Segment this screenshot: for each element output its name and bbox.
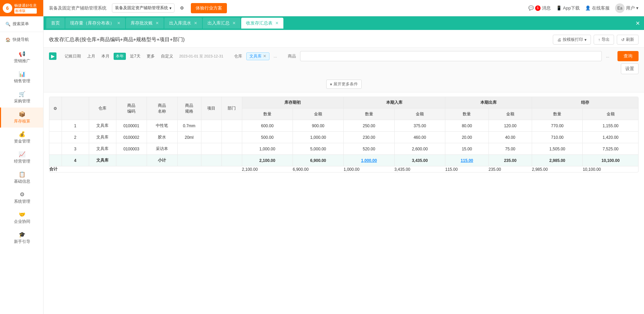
cell-out-qty: 20.00 bbox=[445, 132, 489, 143]
table-body: 1文具库0100001中性笔0.7mm600.00900.00250.00375… bbox=[49, 120, 638, 166]
cell-project bbox=[201, 143, 221, 155]
table-container: ⚙ 仓库 商品编码 商品名称 商品规格 项目 部门 库存期初 本期入库 本期出 bbox=[44, 97, 644, 178]
query-btn-area: 查询 设置 bbox=[617, 51, 639, 74]
tab-首页[interactable]: 首页 bbox=[46, 18, 65, 29]
page-header: 收发存汇总表(按仓库+商品编码+商品+规格型号+项目+部门) 🖨 按模板打印 ▾… bbox=[44, 30, 644, 48]
refresh-icon: ↺ bbox=[621, 37, 625, 42]
tab-出入库汇总[interactable]: 出入库汇总✕ bbox=[203, 18, 241, 29]
collapse-arrow[interactable]: ▶ bbox=[49, 51, 56, 61]
tabbar-close-button[interactable]: ✕ bbox=[634, 19, 641, 28]
date-label: 记账日期 bbox=[65, 53, 81, 59]
sidebar-item-资金管理[interactable]: 💰资金管理 bbox=[0, 128, 43, 148]
cell-open-amt: 900.00 bbox=[293, 120, 343, 132]
cell-in-qty: 520.00 bbox=[344, 143, 394, 155]
table-wrapper: ⚙ 仓库 商品编码 商品名称 商品规格 项目 部门 库存期初 本期入库 本期出 bbox=[49, 97, 639, 172]
th-open-qty: 数量 bbox=[242, 109, 293, 120]
date-btn-this-month[interactable]: 本月 bbox=[99, 53, 112, 60]
th-settings[interactable]: ⚙ bbox=[49, 97, 62, 120]
table-row: 2文具库0100002胶水20ml500.001,000.00230.00460… bbox=[49, 132, 638, 143]
sidebar-item-经营管理[interactable]: 📈经营管理 bbox=[0, 148, 43, 168]
online-service-item[interactable]: 👤 在线客服 bbox=[585, 5, 610, 11]
tab-close-库存批次账[interactable]: ✕ bbox=[155, 21, 159, 26]
settings-icon-btn[interactable]: ⚙ bbox=[180, 5, 185, 11]
expand-conditions-button[interactable]: ▾ 展开更多条件 bbox=[326, 80, 362, 89]
quick-nav-button[interactable]: 🏠 快捷导航 bbox=[3, 35, 40, 45]
date-btn-custom[interactable]: 自定义 bbox=[159, 53, 175, 60]
refresh-button[interactable]: ↺ 刷新 bbox=[617, 35, 639, 45]
cell-checkbox bbox=[49, 143, 62, 155]
sidebar-item-库存核算[interactable]: 📦库存核算 bbox=[0, 108, 43, 128]
cell-end-amt: 10,100.00 bbox=[583, 155, 638, 166]
cell-out-qty[interactable]: 115.00 bbox=[445, 155, 489, 166]
total-open-qty: 2,100.00 bbox=[242, 166, 293, 172]
sidebar-search-area: 🔍 搜索菜单 bbox=[0, 16, 43, 32]
notification-item[interactable]: 💬 6 消息 bbox=[528, 5, 551, 11]
cell-project bbox=[201, 155, 221, 166]
cell-name: 采访本 bbox=[147, 143, 177, 155]
th-dept: 部门 bbox=[221, 97, 242, 120]
cell-code: 0100001 bbox=[116, 120, 147, 132]
cell-spec bbox=[177, 155, 201, 166]
tab-现存量（库存分布表）[interactable]: 现存量（库存分布表）✕ bbox=[65, 18, 125, 29]
goods-label: 商品 bbox=[288, 53, 296, 59]
warehouse-tag-close[interactable]: ✕ bbox=[263, 54, 266, 59]
cell-in-qty[interactable]: 1,000.00 bbox=[344, 155, 394, 166]
chevron-down-icon: ▾ bbox=[169, 6, 171, 11]
cell-in-amt: 460.00 bbox=[394, 132, 445, 143]
print-button[interactable]: 🖨 按模板打印 ▾ bbox=[553, 35, 591, 45]
system-selector[interactable]: 装备及固定资产辅助管理系统 ▾ bbox=[112, 3, 175, 13]
page-content: 收发存汇总表(按仓库+商品编码+商品+规格型号+项目+部门) 🖨 按模板打印 ▾… bbox=[44, 30, 644, 314]
warehouse-label: 仓库 bbox=[234, 53, 242, 59]
topbar: 装备及固定资产辅助管理系统 装备及固定资产辅助管理系统 ▾ ⚙ 体验行业方案 💬… bbox=[44, 0, 644, 16]
sidebar-item-新手引导[interactable]: 🎓新手引导 bbox=[0, 228, 43, 248]
sidebar-item-营销推广[interactable]: 📢营销推广 bbox=[0, 47, 43, 67]
app-download-item[interactable]: 📱 App下载 bbox=[556, 5, 580, 11]
total-row: 合计 2,100.00 6,900.00 1,000.00 3,435.00 1… bbox=[49, 166, 638, 172]
tab-close-出入库汇总[interactable]: ✕ bbox=[232, 21, 236, 26]
total-end-qty: 2,985.00 bbox=[532, 166, 582, 172]
sidebar-item-销售管理[interactable]: 📊销售管理 bbox=[0, 67, 43, 87]
notification-icon: 💬 bbox=[528, 5, 534, 11]
th-spec: 商品规格 bbox=[177, 97, 201, 120]
th-out-qty: 数量 bbox=[445, 109, 489, 120]
query-button[interactable]: 查询 bbox=[617, 51, 639, 61]
filter-section: ▶ 记账日期 上月 本月 本年 近7天 更多 自定义 bbox=[49, 51, 639, 74]
cell-project bbox=[201, 132, 221, 143]
experience-button[interactable]: 体验行业方案 bbox=[191, 3, 227, 13]
cell-checkbox bbox=[49, 120, 62, 132]
goods-more-btn[interactable]: ... bbox=[606, 54, 609, 59]
sidebar-item-基础信息[interactable]: 📋基础信息 bbox=[0, 168, 43, 188]
cell-dept bbox=[221, 120, 242, 132]
cell-out-amt: 75.00 bbox=[489, 143, 532, 155]
th-end-qty: 数量 bbox=[532, 109, 582, 120]
th-closing: 结存 bbox=[532, 97, 638, 109]
warehouse-more-btn[interactable]: ... bbox=[274, 54, 277, 59]
tab-close-现存量（库存分布表）[interactable]: ✕ bbox=[117, 21, 120, 26]
export-button[interactable]: ↑ 导出 bbox=[594, 35, 614, 45]
total-in-amt: 3,435.00 bbox=[394, 166, 445, 172]
tab-库存批次账[interactable]: 库存批次账✕ bbox=[126, 18, 164, 29]
cell-out-qty: 80.00 bbox=[445, 120, 489, 132]
cell-name: 胶水 bbox=[147, 132, 177, 143]
date-btn-7days[interactable]: 近7天 bbox=[128, 53, 143, 60]
cell-open-qty: 1,000.00 bbox=[242, 143, 293, 155]
cell-end-qty: 770.00 bbox=[532, 120, 582, 132]
sidebar-item-系统管理[interactable]: ⚙系统管理 bbox=[0, 188, 43, 208]
tab-close-出入库流水[interactable]: ✕ bbox=[194, 21, 197, 26]
sidebar-item-采购管理[interactable]: 🛒采购管理 bbox=[0, 87, 43, 108]
warehouse-tag: 文具库 ✕ bbox=[246, 52, 269, 60]
date-btn-last-month[interactable]: 上月 bbox=[85, 53, 97, 60]
date-btn-more[interactable]: 更多 bbox=[145, 53, 157, 60]
chevron-down-icon: ▾ bbox=[330, 82, 332, 87]
date-btn-this-year[interactable]: 本年 bbox=[114, 53, 126, 60]
tab-close-收发存汇总表[interactable]: ✕ bbox=[275, 21, 279, 26]
cell-open-amt: 5,000.00 bbox=[293, 143, 343, 155]
settings-button[interactable]: 设置 bbox=[621, 63, 639, 74]
tab-收发存汇总表[interactable]: 收发存汇总表✕ bbox=[241, 18, 283, 29]
user-area[interactable]: Ea 用户 ▾ bbox=[615, 3, 639, 13]
sidebar-item-企业协同[interactable]: 🤝企业协同 bbox=[0, 208, 43, 228]
cell-code bbox=[116, 155, 147, 166]
tab-出入库流水[interactable]: 出入库流水✕ bbox=[164, 18, 202, 29]
goods-input[interactable] bbox=[300, 51, 602, 61]
search-menu-button[interactable]: 🔍 搜索菜单 bbox=[3, 19, 40, 29]
